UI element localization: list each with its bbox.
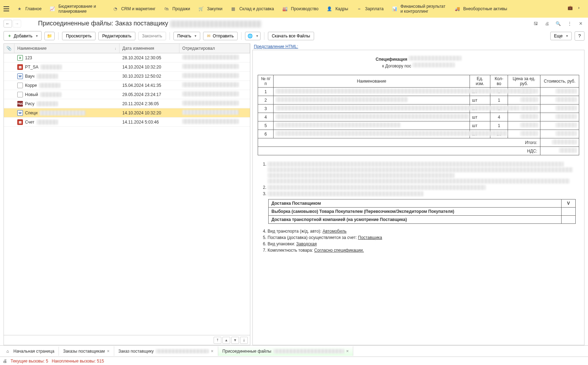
- close-button[interactable]: ×: [577, 20, 584, 27]
- nav-crm[interactable]: ◔CRM и маркетинг: [109, 4, 159, 14]
- nav-production[interactable]: 🏭Производство: [278, 4, 322, 14]
- file-row[interactable]: PNG Рису 20.11.2024 2:36:05: [4, 99, 250, 108]
- nav-hr[interactable]: 👤Кадры: [323, 4, 352, 14]
- file-row[interactable]: W Специ 14.10.2024 10:32:20: [4, 108, 250, 118]
- terms-list: [268, 162, 579, 196]
- column-date[interactable]: Дата изменения: [120, 44, 179, 53]
- column-name[interactable]: Наименование↓: [14, 44, 120, 53]
- filetype-png-icon: PNG: [17, 101, 23, 107]
- th-cost: Стоимость, руб.: [540, 75, 579, 88]
- tab-attached-files[interactable]: Присоединенные файлы ×: [218, 346, 354, 356]
- file-row[interactable]: ▤ Счет 14.11.2024 5:03:46: [4, 118, 250, 127]
- filetype-xls-icon: X: [17, 55, 23, 61]
- print-icon[interactable]: 🖨: [543, 20, 551, 28]
- save-icon[interactable]: 🖫: [532, 20, 540, 28]
- total-label: Итого:: [258, 138, 540, 147]
- delivery-check-1: V: [562, 199, 576, 208]
- briefcase-icon[interactable]: 💼: [568, 5, 575, 12]
- filetype-generic-icon: [17, 83, 23, 88]
- mail-icon: ✉: [207, 34, 210, 38]
- term-7: Комплектность товара: Согласно специфика…: [268, 248, 579, 253]
- edit-button[interactable]: Редактировать: [98, 32, 135, 40]
- spec-row: 6 шт 10: [258, 130, 579, 138]
- open-folder-button[interactable]: 📁: [44, 32, 55, 40]
- money-icon: ＝: [356, 6, 362, 12]
- spec-row: 3 шт 1: [258, 104, 579, 113]
- box-icon: ▦: [230, 6, 237, 12]
- status-current-calls: Текущие вызовы: 5: [11, 359, 48, 364]
- nav-salary[interactable]: ＝Зарплата: [353, 4, 387, 14]
- column-editor[interactable]: Отредактировал: [179, 44, 250, 53]
- file-row[interactable]: ▤ PT_SA 14.10.2024 10:32:20: [4, 62, 250, 72]
- file-date: 15.04.2024 14:41:35: [120, 82, 179, 89]
- preview-content[interactable]: Спецификация к Договору пос № п/п Наимен…: [252, 50, 584, 345]
- list-nav-footer: ⤒ ▲ ▼ ⤓: [4, 335, 250, 345]
- globe-button[interactable]: 🌐: [245, 32, 261, 40]
- file-editor: [182, 64, 239, 69]
- list-up-button[interactable]: ▲: [222, 337, 230, 344]
- list-first-button[interactable]: ⤒: [214, 337, 221, 344]
- doc-subtitle: к Договору пос: [258, 62, 579, 68]
- file-editor: [182, 101, 239, 106]
- kebab-icon[interactable]: ⋮: [566, 20, 574, 28]
- file-row[interactable]: X 123 28.10.2024 12:30:05: [4, 53, 250, 62]
- globe-icon: 🌐: [247, 34, 253, 38]
- file-editor: [182, 73, 239, 78]
- file-row[interactable]: W Вауч 30.10.2023 12:50:02: [4, 72, 250, 81]
- add-button[interactable]: ＋Добавить: [4, 31, 42, 41]
- th-unit: Ед. изм.: [470, 75, 490, 88]
- tab-order[interactable]: Заказ поставщику ×: [114, 346, 218, 356]
- file-row[interactable]: Корре 15.04.2024 14:41:35: [4, 81, 250, 90]
- help-button[interactable]: ?: [575, 31, 584, 41]
- nav-warehouse[interactable]: ▦Склад и доставка: [227, 4, 277, 14]
- preview-pane: Представление HTML: Спецификация к Догов…: [252, 43, 584, 345]
- more-button[interactable]: Еще: [550, 32, 572, 40]
- list-last-button[interactable]: ⤓: [240, 337, 248, 344]
- th-name: Наименование: [274, 75, 470, 88]
- file-name: Новый: [25, 92, 38, 97]
- nav-finance[interactable]: 📊Финансовый результат и контроллинг: [388, 2, 450, 16]
- send-button[interactable]: ✉Отправить: [203, 32, 238, 40]
- filetype-pdf-icon: ▤: [17, 119, 23, 125]
- nav-budgeting[interactable]: 📈Бюджетирование и планирование: [46, 2, 108, 16]
- tab-orders[interactable]: Заказы поставщикам ×: [59, 346, 114, 356]
- nav-assets[interactable]: 🚚Внеоборотные активы: [451, 4, 511, 14]
- view-button[interactable]: Просмотреть: [62, 32, 96, 40]
- file-name: Специ: [25, 110, 37, 115]
- close-icon[interactable]: ×: [211, 348, 214, 354]
- file-date: 14.10.2024 10:32:20: [120, 63, 179, 71]
- close-icon[interactable]: ×: [346, 348, 349, 354]
- nav-sales[interactable]: 🛍Продажи: [160, 4, 194, 14]
- delivery-row-2: Выборка (самовывоз) Товара Покупателем (…: [269, 208, 562, 216]
- status-bar: 🖨 Текущие вызовы: 5 Накопленные вызовы: …: [0, 357, 588, 365]
- terms-list-cont: Вид транспорта (ж/д, авто): Автомобиль П…: [268, 229, 579, 253]
- status-accum-calls: Накопленные вызовы: 515: [52, 359, 104, 364]
- bars-icon: 📊: [391, 6, 398, 12]
- preview-label-link[interactable]: Представление HTML:: [252, 43, 584, 50]
- nav-back-button[interactable]: ←: [4, 20, 12, 28]
- list-down-button[interactable]: ▼: [231, 337, 239, 344]
- file-editor: [182, 82, 239, 87]
- file-date: 28.10.2024 12:30:05: [120, 54, 179, 62]
- home-icon: ⌂: [6, 349, 11, 354]
- file-row[interactable]: Новый 29.05.2024 23:24:17: [4, 90, 250, 99]
- printer-icon[interactable]: 🖨: [3, 359, 7, 364]
- download-all-button[interactable]: Скачать все Файлы: [268, 32, 314, 40]
- print-button[interactable]: Печать: [173, 32, 200, 40]
- nav-main[interactable]: ★Главное: [13, 4, 45, 14]
- term-6: Вид упаковки: Заводская: [268, 241, 579, 246]
- th-qty: Кол-во: [490, 75, 508, 88]
- chevron-right-icon[interactable]: ›: [578, 5, 585, 12]
- search-icon[interactable]: 🔍: [555, 20, 562, 28]
- close-icon[interactable]: ×: [107, 348, 110, 354]
- burger-icon[interactable]: [3, 5, 10, 12]
- column-attach-icon[interactable]: 📎: [4, 44, 14, 53]
- file-editor: [182, 119, 239, 124]
- bottom-tabs: ⌂Начальная страница Заказы поставщикам ×…: [0, 345, 588, 357]
- toolbar: ＋Добавить 📁 Просмотреть Редактировать За…: [0, 30, 588, 43]
- filetype-doc-icon: W: [17, 73, 23, 79]
- tab-home[interactable]: ⌂Начальная страница: [2, 347, 59, 356]
- nav-purchases[interactable]: 🛒Закупки: [194, 4, 226, 14]
- file-editor: [182, 55, 239, 60]
- cart-icon: 🛒: [198, 6, 204, 12]
